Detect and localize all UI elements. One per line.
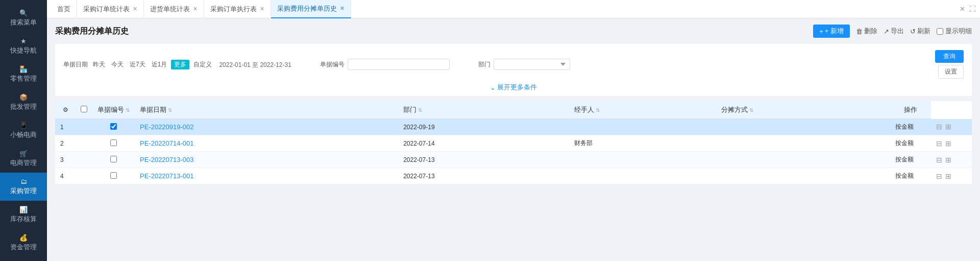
row-handler-2 — [716, 152, 890, 168]
docnum-filter-group: 单据编号 — [320, 59, 450, 70]
doc-link-3[interactable]: PE-20220713-001 — [140, 172, 194, 180]
row-detail-btn-0[interactable]: ⊞ — [945, 123, 951, 131]
sort-date-icon[interactable]: ⇅ — [168, 107, 172, 113]
row-edit-btn-0[interactable]: ⊟ — [936, 123, 942, 131]
page-title: 采购费用分摊单历史 — [55, 26, 129, 37]
refresh-icon: ↺ — [910, 28, 916, 35]
expand-more-btn[interactable]: ⌄ 展开更多条件 — [63, 83, 964, 92]
delete-icon: 🗑 — [856, 28, 863, 35]
sidebar-item-finance[interactable]: 💰 资金管理 — [0, 229, 47, 257]
doc-link-2[interactable]: PE-20220713-003 — [140, 156, 194, 163]
doc-link-0[interactable]: PE-20220919-002 — [140, 123, 194, 131]
row-action-group-0: ⊟ ⊞ — [936, 123, 967, 131]
row-settings-2 — [76, 152, 92, 168]
tab-home[interactable]: 首页 — [51, 0, 77, 18]
tab-cost-history-close[interactable]: ✕ — [340, 5, 345, 12]
delete-button[interactable]: 🗑 删除 — [856, 27, 877, 36]
page-header: 采购费用分摊单历史 + + 新增 🗑 删除 ↗ 导出 ↺ 刷新 — [55, 25, 972, 38]
export-button[interactable]: ↗ 导出 — [884, 27, 904, 36]
tab-expand-icon[interactable]: ⛶ — [969, 5, 976, 13]
sidebar-item-wholesale[interactable]: 📦 批发管理 — [0, 88, 47, 116]
row-num-3: 4 — [55, 168, 76, 184]
sort-handler-icon[interactable]: ⇅ — [596, 107, 600, 113]
sidebar-item-ecom2[interactable]: 🛒 电商管理 — [0, 145, 47, 173]
row-select-2[interactable] — [110, 156, 117, 162]
row-settings-3 — [76, 168, 92, 184]
row-num-2: 3 — [55, 152, 76, 168]
refresh-button[interactable]: ↺ 刷新 — [910, 27, 930, 36]
col-method-label: 分摊方式 — [721, 106, 748, 113]
col-dept: 部门⇅ — [398, 101, 569, 119]
row-checkbox-3[interactable] — [92, 168, 135, 184]
docnum-filter-input[interactable] — [348, 59, 450, 70]
col-dept-label: 部门 — [403, 106, 416, 113]
new-label: + 新增 — [825, 27, 844, 36]
tab-purchase-order-stat[interactable]: 采购订单统计表 ✕ — [77, 0, 144, 18]
sidebar-item-nav[interactable]: ★ 快捷导航 — [0, 32, 47, 60]
dept-filter-select[interactable]: 财务部 — [494, 59, 570, 70]
tab-purchase-exec[interactable]: 采购订单执行表 ✕ — [204, 0, 271, 18]
date-btn-7days[interactable]: 近7天 — [128, 60, 148, 69]
col-handler-label: 经手人 — [574, 106, 594, 113]
row-docno-0: PE-20220919-002 — [135, 119, 398, 135]
sidebar-item-ecom[interactable]: 📱 小畅电商 — [0, 116, 47, 145]
tab-goods-stat[interactable]: 进货单统计表 ✕ — [144, 0, 204, 18]
col-settings[interactable]: ⚙ — [55, 101, 76, 119]
row-edit-btn-3[interactable]: ⊟ — [936, 172, 942, 180]
sidebar-item-retail-label: 零售管理 — [2, 74, 45, 83]
settings-button[interactable]: 设置 — [938, 65, 964, 79]
row-checkbox-2[interactable] — [92, 152, 135, 168]
sort-dept-icon[interactable]: ⇅ — [418, 107, 422, 113]
date-btn-custom[interactable]: 自定义 — [191, 60, 214, 69]
row-select-3[interactable] — [110, 172, 117, 179]
row-date-3: 2022-07-13 — [398, 168, 569, 184]
date-btn-today[interactable]: 今天 — [109, 60, 126, 69]
date-btn-yesterday[interactable]: 昨天 — [91, 60, 107, 69]
show-detail-input[interactable] — [937, 28, 943, 35]
col-ops-label: 操作 — [904, 106, 917, 113]
sidebar-item-inventory-label: 库存核算 — [2, 215, 45, 224]
tab-goods-stat-close[interactable]: ✕ — [193, 6, 198, 12]
row-ops-2: ⊟ ⊞ — [931, 152, 972, 168]
sidebar-item-retail[interactable]: 🏪 零售管理 — [0, 60, 47, 88]
sidebar-item-search[interactable]: 🔍 搜索菜单 — [0, 4, 47, 32]
row-edit-btn-2[interactable]: ⊟ — [936, 156, 942, 164]
row-select-0[interactable] — [110, 123, 117, 130]
tab-close-all-icon[interactable]: ✕ — [960, 5, 965, 13]
row-method-3: 按金额 — [890, 168, 931, 184]
date-btn-more[interactable]: 更多 — [171, 60, 189, 69]
date-shortcuts: 昨天 今天 近7天 近1月 更多 自定义 — [91, 60, 214, 69]
sidebar-item-purchase[interactable]: 🗂 采购管理 — [0, 173, 47, 201]
show-detail-checkbox[interactable]: 显示明细 — [937, 27, 972, 36]
row-dept-3 — [569, 168, 716, 184]
row-edit-btn-1[interactable]: ⊟ — [936, 139, 942, 148]
col-checkbox[interactable] — [76, 101, 92, 119]
row-method-2: 按金额 — [890, 152, 931, 168]
query-settings-group: 查询 设置 — [935, 50, 964, 79]
sort-doc-no-icon[interactable]: ⇅ — [126, 107, 130, 113]
row-detail-btn-3[interactable]: ⊞ — [945, 172, 951, 180]
sidebar-item-inventory[interactable]: 📊 库存核算 — [0, 201, 47, 229]
doc-link-1[interactable]: PE-20220714-001 — [140, 139, 194, 147]
row-checkbox-1[interactable] — [92, 135, 135, 152]
sidebar-item-ledger[interactable]: 📒 总账管理 — [0, 257, 47, 261]
row-checkbox-0[interactable] — [92, 119, 135, 135]
sort-method-icon[interactable]: ⇅ — [749, 107, 753, 113]
tab-purchase-order-stat-close[interactable]: ✕ — [133, 6, 137, 12]
wholesale-icon: 📦 — [2, 93, 45, 101]
date-btn-1month[interactable]: 近1月 — [150, 60, 169, 69]
row-ops-1: ⊟ ⊞ — [931, 135, 972, 152]
new-button[interactable]: + + 新增 — [813, 25, 850, 38]
row-docno-3: PE-20220713-001 — [135, 168, 398, 184]
row-detail-btn-2[interactable]: ⊞ — [945, 156, 951, 164]
row-detail-btn-1[interactable]: ⊞ — [945, 139, 951, 148]
tab-purchase-exec-close[interactable]: ✕ — [260, 6, 264, 12]
tab-goods-stat-label: 进货单统计表 — [150, 5, 190, 14]
table-body: 1 PE-20220919-002 2022-09-19 按金额 ⊟ ⊞ 2 P… — [55, 119, 972, 184]
tab-purchase-order-stat-label: 采购订单统计表 — [83, 5, 130, 14]
row-action-group-2: ⊟ ⊞ — [936, 156, 967, 164]
tab-cost-history[interactable]: 采购费用分摊单历史 ✕ — [271, 0, 351, 18]
query-button[interactable]: 查询 — [935, 50, 964, 63]
select-all-checkbox[interactable] — [81, 106, 87, 112]
row-select-1[interactable] — [110, 139, 117, 146]
